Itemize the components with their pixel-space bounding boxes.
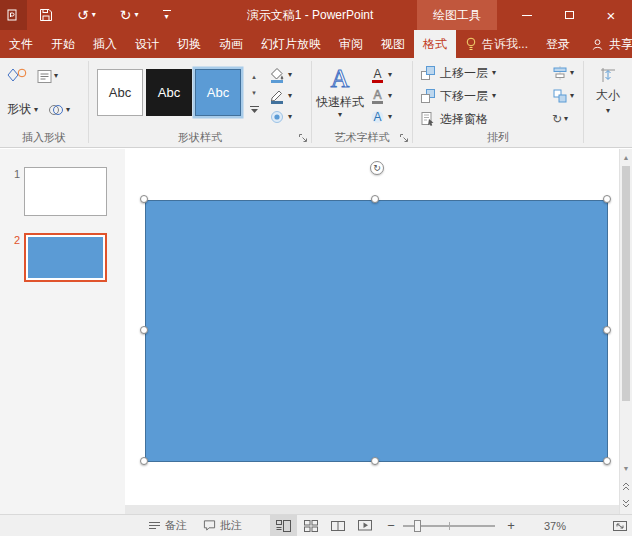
tab-file[interactable]: 文件 [0,30,42,58]
align-button[interactable]: ▾ [552,63,574,83]
previous-slide-button[interactable] [620,479,632,494]
comments-button[interactable]: 批注 [195,515,250,536]
resize-handle-nw[interactable] [140,195,148,203]
shape-effects-button[interactable]: ▾ [269,107,292,126]
selected-rectangle-shape[interactable] [145,200,608,462]
shapes-gallery-icon[interactable] [7,67,27,85]
gallery-more-button[interactable] [247,101,261,117]
group-objects-button[interactable]: ▾ [552,86,574,106]
status-bar: 备注 批注 − + 37% [0,514,632,536]
tabbar-right-group: 登录 共享 [537,30,632,58]
zoom-slider[interactable] [403,525,495,527]
shapes-button[interactable]: 形状 ▾ [7,101,38,118]
zoom-slider-notch [449,522,450,530]
zoom-slider-thumb[interactable] [414,520,421,532]
dialog-launcher-button[interactable] [398,132,410,144]
scrollbar-thumb[interactable] [622,166,630,401]
rotation-handle[interactable]: ↻ [370,161,384,175]
slide-thumbnail-2[interactable]: 2 [5,233,125,282]
resize-handle-s[interactable] [371,457,379,465]
resize-handle-sw[interactable] [140,457,148,465]
slide-1-preview[interactable] [24,167,107,216]
dialog-launcher-icon [399,133,409,143]
minimize-icon [522,15,532,16]
resize-handle-n[interactable] [371,195,379,203]
ribbon: ▾ 形状 ▾ ▾ 插入形状 Abc Abc Abc [0,58,632,148]
text-fill-button[interactable]: A ▾ [370,65,392,84]
dialog-launcher-button[interactable] [297,132,309,144]
tab-view[interactable]: 视图 [372,30,414,58]
send-backward-button[interactable]: 下移一层 ▾ [420,86,496,106]
editing-canvas[interactable]: ↻ [125,149,619,514]
tab-slideshow[interactable]: 幻灯片放映 [252,30,330,58]
gallery-down-button[interactable]: ▾ [247,85,261,101]
chevron-down-icon: ▾ [54,72,58,80]
text-fill-icon: A [370,67,385,83]
resize-handle-se[interactable] [603,457,611,465]
undo-button[interactable]: ↺▾ [65,0,108,30]
shape-fill-button[interactable]: ▾ [269,65,292,84]
vertical-scrollbar[interactable]: ▲ ▼ [619,149,632,514]
shape-style-preset[interactable]: Abc [146,69,192,116]
selection-pane-label: 选择窗格 [440,111,488,128]
redo-button[interactable]: ↻▾ [108,0,151,30]
reading-view-button[interactable] [324,515,351,536]
app-icon[interactable] [0,0,27,30]
chevron-down-icon: ▾ [388,71,392,79]
tell-me-box[interactable]: 告诉我... [456,30,537,58]
shape-outline-button[interactable]: ▾ [269,86,292,105]
text-outline-button[interactable]: A ▾ [370,86,392,105]
reading-view-icon [331,520,345,532]
chevron-down-icon: ▾ [492,69,496,77]
rotate-objects-button[interactable]: ↻ ▾ [552,109,574,129]
tab-transitions[interactable]: 切换 [168,30,210,58]
group-objects-icon [552,88,568,104]
tab-format[interactable]: 格式 [414,30,456,58]
scroll-up-button[interactable]: ▲ [620,150,632,165]
shape-style-preset-selected[interactable]: Abc [195,69,241,116]
selection-pane-button[interactable]: 选择窗格 [420,109,496,129]
slideshow-view-button[interactable] [351,515,378,536]
shape-style-preset[interactable]: Abc [97,69,143,116]
close-button[interactable]: × [590,0,632,30]
maximize-button[interactable] [548,0,590,30]
merge-shapes-button[interactable]: ▾ [48,104,70,116]
chevron-down-icon: ▾ [570,69,574,77]
slide-surface[interactable]: ↻ [125,149,619,505]
align-icon [552,65,568,81]
sign-in-button[interactable]: 登录 [537,30,579,58]
tab-home[interactable]: 开始 [42,30,84,58]
resize-handle-ne[interactable] [603,195,611,203]
tab-design[interactable]: 设计 [126,30,168,58]
bring-forward-button[interactable]: 上移一层 ▾ [420,63,496,83]
resize-handle-w[interactable] [140,326,148,334]
chevron-down-icon: ▾ [66,106,70,114]
text-effects-button[interactable]: A ▾ [370,107,392,126]
tab-animations[interactable]: 动画 [210,30,252,58]
gallery-up-button[interactable]: ▴ [247,69,261,85]
normal-view-button[interactable] [270,515,297,536]
tab-insert[interactable]: 插入 [84,30,126,58]
zoom-in-button[interactable]: + [502,515,520,536]
customize-quick-access-button[interactable]: ▾ [151,0,183,30]
text-box-button[interactable]: ▾ [37,69,58,84]
notes-label: 备注 [165,518,187,533]
scroll-down-button[interactable]: ▼ [620,461,632,476]
zoom-out-button[interactable]: − [382,515,400,536]
slide-2-preview[interactable] [24,233,107,282]
gallery-more-icon [250,105,259,114]
tab-review[interactable]: 审阅 [330,30,372,58]
minimize-button[interactable] [506,0,548,30]
share-button[interactable]: 共享 [579,30,632,58]
shape-outline-icon [269,88,285,104]
fit-to-window-button[interactable] [613,520,627,532]
save-button[interactable] [27,0,65,30]
resize-handle-e[interactable] [603,326,611,334]
slide-thumbnail-1[interactable]: 1 [5,167,125,216]
zoom-level[interactable]: 37% [528,520,566,532]
notes-button[interactable]: 备注 [140,515,195,536]
next-slide-button[interactable] [620,496,632,511]
slide-sorter-view-button[interactable] [297,515,324,536]
size-button[interactable]: 大小 ▾ [596,66,620,115]
tell-me-label: 告诉我... [482,36,528,53]
